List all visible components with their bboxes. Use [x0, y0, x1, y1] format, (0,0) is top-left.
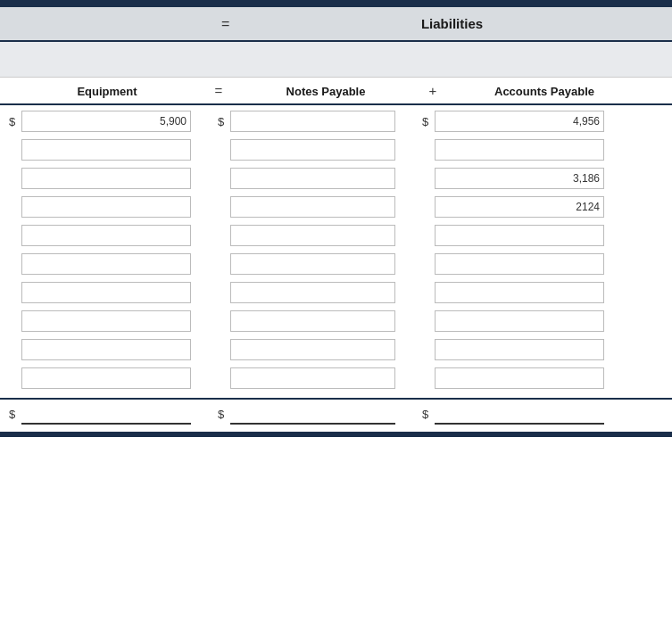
- equipment-input-7[interactable]: [21, 310, 191, 332]
- total-row: $ $ $: [0, 398, 672, 428]
- total-notes-input[interactable]: [230, 403, 395, 425]
- equipment-input-2[interactable]: [21, 168, 191, 189]
- equipment-input-0[interactable]: [21, 111, 191, 132]
- accounts-input-2[interactable]: [435, 168, 604, 189]
- accounts-input-9[interactable]: [435, 367, 604, 389]
- table-row: [0, 136, 672, 164]
- notes-input-4[interactable]: [230, 225, 395, 246]
- table-row: $ $ $: [0, 107, 672, 136]
- total-accounts-input[interactable]: [435, 403, 604, 425]
- notes-dollar-0: $: [218, 115, 228, 128]
- notes-input-0[interactable]: [230, 111, 395, 132]
- data-rows: $ $ $: [0, 107, 672, 392]
- plus-separator-header: +: [419, 83, 446, 98]
- spacer-row: [0, 42, 672, 78]
- equipment-input-9[interactable]: [21, 367, 191, 389]
- total-notes-dollar: $: [218, 408, 228, 421]
- equals-left-symbol: =: [221, 16, 229, 32]
- table-row: [0, 193, 672, 221]
- accounts-input-1[interactable]: [435, 139, 604, 161]
- columns-header: Equipment = Notes Payable + Accounts Pay…: [0, 78, 672, 105]
- notes-payable-column-header: Notes Payable: [232, 85, 419, 98]
- equipment-input-1[interactable]: [21, 139, 191, 161]
- accounts-input-5[interactable]: [435, 253, 604, 275]
- notes-input-6[interactable]: [230, 282, 395, 303]
- accounts-input-0[interactable]: [435, 111, 604, 132]
- equals-separator-header: =: [205, 83, 232, 98]
- total-equipment-input[interactable]: [21, 403, 191, 425]
- total-accounts-dollar: $: [422, 408, 433, 421]
- equipment-dollar-0: $: [9, 115, 20, 128]
- table-row: [0, 221, 672, 250]
- equipment-column-header: Equipment: [9, 85, 205, 98]
- notes-input-5[interactable]: [230, 253, 395, 275]
- accounts-input-7[interactable]: [435, 310, 604, 332]
- notes-input-3[interactable]: [230, 196, 395, 218]
- notes-input-9[interactable]: [230, 367, 395, 389]
- notes-input-1[interactable]: [230, 139, 395, 161]
- table-row: [0, 335, 672, 364]
- accounts-payable-column-header: Accounts Payable: [446, 85, 643, 98]
- liabilities-header: = Liabilities: [0, 7, 672, 42]
- accounts-input-8[interactable]: [435, 339, 604, 360]
- equipment-input-3[interactable]: [21, 196, 191, 218]
- table-row: [0, 164, 672, 193]
- liabilities-title: Liabilities: [232, 16, 672, 31]
- top-bar: [0, 0, 672, 7]
- table-row: [0, 278, 672, 307]
- accounts-input-6[interactable]: [435, 282, 604, 303]
- table-row: [0, 250, 672, 278]
- table-row: [0, 307, 672, 335]
- notes-input-2[interactable]: [230, 168, 395, 189]
- bottom-bar: [0, 432, 672, 437]
- equipment-input-6[interactable]: [21, 282, 191, 303]
- table-row: [0, 364, 672, 392]
- accounts-input-4[interactable]: [435, 225, 604, 246]
- equipment-input-8[interactable]: [21, 339, 191, 360]
- equipment-input-4[interactable]: [21, 225, 191, 246]
- notes-input-7[interactable]: [230, 310, 395, 332]
- equipment-input-5[interactable]: [21, 253, 191, 275]
- total-equipment-dollar: $: [9, 408, 20, 421]
- notes-input-8[interactable]: [230, 339, 395, 360]
- accounts-dollar-0: $: [422, 115, 433, 128]
- accounts-input-3[interactable]: [435, 196, 604, 218]
